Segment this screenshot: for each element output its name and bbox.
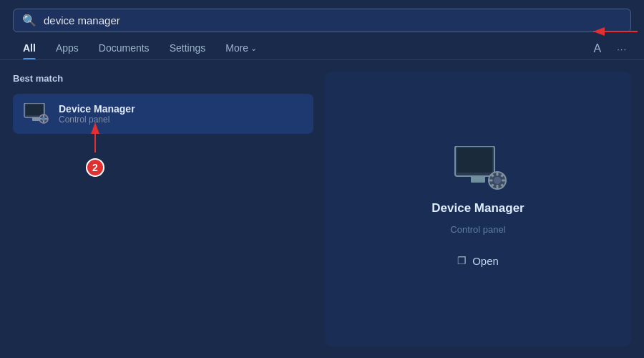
step2-badge: 2 <box>86 158 104 177</box>
device-manager-icon-svg <box>23 103 49 125</box>
arrow2-svg <box>84 122 106 158</box>
left-panel: Best match <box>13 72 313 347</box>
tab-ellipsis-button[interactable]: ··· <box>613 41 631 57</box>
tabs-right-actions: A ··· <box>589 39 631 58</box>
tabs-bar: All Apps Documents Settings More ⌄ A ··· <box>0 32 644 60</box>
svg-rect-8 <box>43 120 44 122</box>
svg-rect-20 <box>489 179 493 181</box>
tab-a-button[interactable]: A <box>589 39 605 58</box>
svg-rect-7 <box>43 115 44 117</box>
result-item-icon <box>23 101 49 127</box>
tab-settings[interactable]: Settings <box>160 38 216 59</box>
tab-documents[interactable]: Documents <box>89 38 160 59</box>
result-title: Device Manager <box>59 103 303 115</box>
svg-rect-10 <box>45 118 47 120</box>
svg-point-6 <box>42 117 46 121</box>
svg-point-17 <box>494 177 501 184</box>
detail-icon-svg <box>449 146 507 193</box>
detail-title: Device Manager <box>431 201 524 216</box>
tab-apps[interactable]: Apps <box>46 38 89 59</box>
svg-rect-18 <box>497 172 499 175</box>
svg-rect-19 <box>497 185 499 188</box>
svg-rect-9 <box>40 118 42 120</box>
tab-all[interactable]: All <box>13 38 46 59</box>
section-label: Best match <box>13 72 313 87</box>
main-content: Best match <box>0 60 644 358</box>
svg-rect-4 <box>32 117 39 121</box>
result-text: Device Manager Control panel <box>59 103 303 125</box>
search-input[interactable]: device manager <box>44 14 622 26</box>
open-label: Open <box>472 255 499 267</box>
search-bar[interactable]: 🔍 device manager 1 <box>13 9 631 32</box>
chevron-down-icon: ⌄ <box>250 44 257 53</box>
svg-rect-14 <box>457 148 492 173</box>
tab-more[interactable]: More ⌄ <box>215 38 267 59</box>
svg-rect-3 <box>26 105 43 115</box>
search-icon: 🔍 <box>22 14 36 27</box>
open-icon: ❐ <box>457 255 467 266</box>
open-button[interactable]: ❐ Open <box>446 249 510 273</box>
right-panel: Device Manager Control panel ❐ Open <box>325 72 631 347</box>
result-item-device-manager[interactable]: Device Manager Control panel <box>13 94 313 134</box>
svg-rect-21 <box>502 179 505 181</box>
annotation-2-container: 2 <box>84 122 106 177</box>
svg-rect-15 <box>471 176 485 183</box>
detail-subtitle: Control panel <box>450 224 505 235</box>
